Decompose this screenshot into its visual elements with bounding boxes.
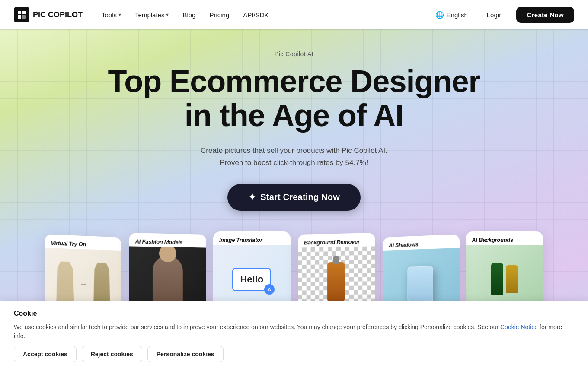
cookie-banner: Cookie We use cookies and similar tech t… [0, 301, 588, 371]
nav-api[interactable]: API/SDK [238, 8, 274, 22]
nav-right: 🌐 English Login Create Now [430, 7, 574, 23]
model-illustration [153, 255, 183, 308]
nav-links: Tools ▾ Templates ▾ Blog Pricing API/SDK [96, 8, 274, 22]
language-selector[interactable]: 🌐 English [430, 8, 473, 22]
hero-badge: Pic Copilot AI [275, 51, 313, 57]
svg-rect-2 [18, 15, 21, 19]
feature-label: Background Remover [298, 233, 375, 248]
hero-content: Pic Copilot AI Top Ecommerce Designer in… [108, 50, 480, 211]
accept-cookies-button[interactable]: Accept cookies [14, 346, 77, 362]
gold-bottle-illustration [506, 265, 518, 293]
green-bottle-illustration [491, 263, 503, 295]
reject-cookies-button[interactable]: Reject cookies [82, 346, 142, 362]
language-label: English [447, 11, 468, 19]
feature-label: AI Backgrounds [466, 231, 543, 245]
svg-rect-3 [22, 15, 26, 19]
cookie-title: Cookie [14, 310, 574, 317]
dress-illustration [54, 261, 76, 305]
nav-left: PIC COPILOT Tools ▾ Templates ▾ Blog Pri… [14, 7, 274, 22]
nav-tools[interactable]: Tools ▾ [96, 8, 126, 22]
perfume-illustration [408, 266, 433, 301]
feature-label: AI Fashion Models [129, 233, 206, 248]
hero-subtitle: Create pictures that sell your products … [108, 145, 480, 168]
personalize-cookies-button[interactable]: Personalize cookies [147, 346, 224, 362]
globe-icon: 🌐 [435, 11, 444, 19]
chevron-down-icon: ▾ [118, 12, 121, 18]
hero-title: Top Ecommerce Designer in the Age of AI [108, 64, 480, 133]
nav-blog[interactable]: Blog [177, 8, 201, 22]
cookie-notice-link[interactable]: Cookie Notice [500, 323, 538, 330]
logo-text: PIC COPILOT [33, 10, 83, 19]
feature-label: Image Translator [213, 231, 291, 245]
svg-rect-0 [18, 11, 21, 14]
cookie-buttons: Accept cookies Reject cookies Personaliz… [14, 346, 574, 362]
sparkle-icon: ✦ [248, 192, 256, 203]
logo-icon [14, 7, 29, 22]
create-now-button[interactable]: Create Now [516, 7, 574, 23]
arrow-icon: → [79, 279, 88, 289]
cookie-text: We use cookies and similar tech to provi… [14, 323, 574, 341]
dress-illustration-after [91, 262, 112, 305]
logo[interactable]: PIC COPILOT [14, 7, 83, 22]
navbar: PIC COPILOT Tools ▾ Templates ▾ Blog Pri… [0, 0, 588, 29]
login-button[interactable]: Login [480, 9, 510, 21]
nav-templates[interactable]: Templates ▾ [130, 8, 174, 22]
nav-pricing[interactable]: Pricing [204, 8, 234, 22]
hello-text-box: Hello A [233, 268, 272, 291]
start-creating-button[interactable]: ✦ Start Creating Now [227, 184, 361, 211]
translate-icon: A [265, 284, 275, 295]
bottle-illustration [327, 262, 345, 301]
svg-rect-1 [22, 11, 26, 14]
chevron-down-icon: ▾ [166, 12, 169, 18]
